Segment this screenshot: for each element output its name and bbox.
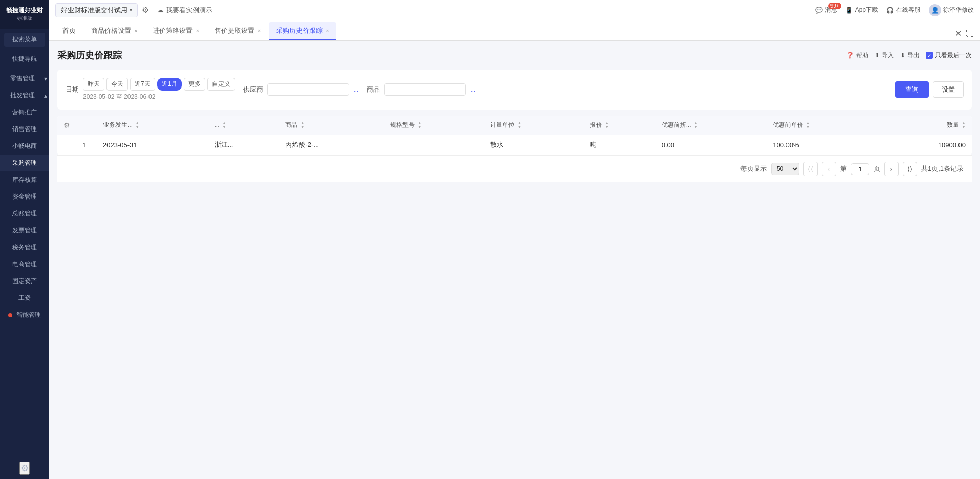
col-price[interactable]: 报价 ▲▼ (584, 116, 655, 135)
last-page-button[interactable]: ⟩⟩ (903, 162, 917, 176)
tab-close-icon[interactable]: × (196, 28, 199, 34)
date-1month-button[interactable]: 近1月 (157, 78, 182, 91)
tab-sale-price[interactable]: 售价提取设置 × (207, 22, 268, 40)
goods-filter: 商品 ... (367, 83, 475, 96)
date-yesterday-button[interactable]: 昨天 (83, 78, 104, 91)
cell-discount: 100.00% (766, 135, 880, 155)
import-label: 导入 (882, 51, 894, 60)
tab-close-icon[interactable]: × (258, 28, 261, 34)
sidebar-item-finance[interactable]: 资金管理 (0, 188, 49, 205)
demo-button[interactable]: ☁ 我要看实例演示 (157, 6, 212, 15)
export-button[interactable]: ⬇ 导出 (900, 51, 920, 60)
col-quantity[interactable]: 数量 ▲▼ (880, 116, 972, 135)
tab-home[interactable]: 首页 (55, 22, 83, 40)
sidebar-item-marketing[interactable]: 营销推广 (0, 104, 49, 121)
messages-button[interactable]: 💬 消息 99+ (815, 6, 837, 14)
tabbar: 首页 商品价格设置 × 进价策略设置 × 售价提取设置 × 采购历史价跟踪 × … (49, 20, 980, 41)
col-date[interactable]: 业务发生... ▲▼ (97, 116, 208, 135)
tab-close-icon[interactable]: × (326, 28, 329, 34)
online-service-button[interactable]: 🎧 在线客服 (886, 6, 921, 14)
help-icon: ❓ (846, 52, 854, 59)
tab-price[interactable]: 商品价格设置 × (84, 22, 144, 40)
tab-fullscreen-button[interactable]: ⛶ (966, 29, 974, 38)
tab-close-all-button[interactable]: ✕ (955, 29, 962, 38)
import-button[interactable]: ⬆ 导入 (875, 51, 894, 60)
sidebar-item-smart[interactable]: 智能管理 (0, 307, 49, 323)
topbar: 好业财标准版交付试用 ▾ ⚙ ☁ 我要看实例演示 💬 消息 99+ 📱 App下… (49, 0, 980, 20)
sort-icon: ▲▼ (517, 121, 521, 129)
sidebar-item-label: 零售管理 (2, 74, 43, 83)
sidebar-item-label: 税务管理 (12, 243, 37, 252)
dropdown-arrow-icon: ▾ (130, 7, 132, 13)
sidebar-item-ecommerce-small[interactable]: 小畅电商 (0, 138, 49, 155)
sidebar-item-inventory[interactable]: 库存核算 (0, 171, 49, 188)
goods-input[interactable] (384, 83, 466, 96)
date-range-display: 2023-05-02 至 2023-06-02 (83, 93, 235, 101)
sort-icon: ▲▼ (962, 121, 966, 129)
per-page-select[interactable]: 20 50 100 (771, 163, 799, 175)
col-unit[interactable]: 计量单位 ▲▼ (484, 116, 584, 135)
page-actions: ❓ 帮助 ⬆ 导入 ⬇ 导出 ✓ 只看最后一次 (846, 51, 972, 60)
col-discount[interactable]: 优惠前折... ▲▼ (655, 116, 767, 135)
page-input[interactable] (851, 163, 869, 175)
sidebar-logo: 畅捷通好业财 标准版 (0, 0, 49, 29)
date-7days-button[interactable]: 近7天 (130, 78, 155, 91)
col-spec[interactable]: 规格型号 ▲▼ (384, 116, 484, 135)
sidebar-item-general-ledger[interactable]: 总账管理 (0, 205, 49, 222)
search-menu-button[interactable]: 搜索菜单 (4, 33, 45, 47)
data-table-card: ⚙ 业务发生... ▲▼ ... ▲▼ 商品 ▲▼ (57, 116, 972, 155)
sidebar-item-fixed-assets[interactable]: 固定资产 (0, 273, 49, 290)
sidebar-item-salary[interactable]: 工资 (0, 290, 49, 307)
sidebar-item-sales[interactable]: 销售管理 (0, 121, 49, 138)
sidebar-item-quick-nav[interactable]: 快捷导航 (0, 51, 49, 68)
sidebar-settings-button[interactable]: ⚙ (19, 462, 30, 475)
sidebar-item-wholesale[interactable]: 批发管理 ▴ (0, 87, 49, 104)
supplier-input[interactable] (267, 83, 349, 96)
topbar-settings-button[interactable]: ⚙ (142, 5, 149, 15)
sort-icon: ▲▼ (418, 121, 422, 129)
col-pre-discount-price[interactable]: 优惠前单价 ▲▼ (766, 116, 880, 135)
filter-actions: 查询 设置 (895, 81, 964, 98)
chevron-up-icon: ▴ (44, 92, 47, 99)
sidebar-item-invoice[interactable]: 发票管理 (0, 222, 49, 239)
cell-quoted-price: 0.00 (655, 135, 767, 155)
tab-history-price[interactable]: 采购历史价跟踪 × (269, 22, 336, 40)
app-download-button[interactable]: 📱 App下载 (845, 6, 878, 14)
goods-more-button[interactable]: ... (470, 86, 475, 93)
help-button[interactable]: ❓ 帮助 (846, 51, 868, 60)
col-goods[interactable]: 商品 ▲▼ (279, 116, 384, 135)
sidebar-item-purchase[interactable]: 采购管理 (0, 155, 49, 171)
sidebar-search[interactable]: 搜索菜单 (0, 29, 49, 51)
tab-label: 进价策略设置 (153, 26, 193, 35)
query-button[interactable]: 查询 (895, 81, 929, 98)
first-page-button[interactable]: ⟨⟨ (803, 162, 818, 176)
import-icon: ⬆ (875, 52, 880, 59)
user-menu-button[interactable]: 👤 徐泽华修改 (929, 4, 974, 16)
row-number: 1 (76, 135, 97, 155)
filter-panel: 日期 昨天 今天 近7天 近1月 更多 自定义 2023-05-02 至 202… (57, 70, 972, 110)
only-latest-checkbox[interactable]: ✓ 只看最后一次 (926, 51, 972, 60)
column-settings-button[interactable]: ⚙ (63, 121, 70, 129)
next-page-button[interactable]: › (884, 162, 899, 176)
sidebar-item-ecommerce[interactable]: 电商管理 (0, 256, 49, 273)
supplier-more-button[interactable]: ... (353, 86, 358, 93)
online-service-label: 在线客服 (896, 6, 921, 14)
date-more-button[interactable]: 更多 (184, 78, 205, 91)
supplier-filter-label: 供应商 (243, 85, 263, 94)
settings-button[interactable]: 设置 (933, 81, 964, 98)
edition-selector[interactable]: 好业财标准版交付试用 ▾ (55, 3, 138, 17)
tab-strategy[interactable]: 进价策略设置 × (145, 22, 206, 40)
date-custom-button[interactable]: 自定义 (207, 78, 235, 91)
sidebar-item-retail[interactable]: 零售管理 ▾ (0, 70, 49, 87)
sidebar-item-label: 小畅电商 (12, 142, 37, 150)
tab-close-icon[interactable]: × (134, 28, 137, 34)
date-today-button[interactable]: 今天 (106, 78, 128, 91)
sidebar-item-label: 库存核算 (12, 176, 37, 184)
date-options-group: 昨天 今天 近7天 近1月 更多 自定义 (83, 78, 235, 91)
prev-page-button[interactable]: ‹ (822, 162, 836, 176)
dot-indicator (8, 313, 12, 317)
main-area: 好业财标准版交付试用 ▾ ⚙ ☁ 我要看实例演示 💬 消息 99+ 📱 App下… (49, 0, 980, 479)
page-unit-label: 页 (874, 164, 880, 173)
sidebar-item-tax[interactable]: 税务管理 (0, 239, 49, 256)
col-extra[interactable]: ... ▲▼ (208, 116, 280, 135)
